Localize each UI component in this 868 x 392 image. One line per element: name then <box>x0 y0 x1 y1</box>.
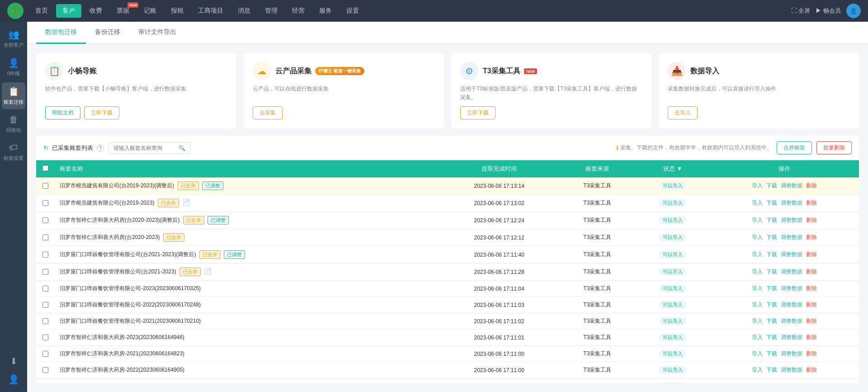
adjust-data-btn[interactable]: 调整数据 <box>781 234 802 241</box>
row-checkbox[interactable] <box>42 351 48 357</box>
tab-audit-export[interactable]: 审计文件导出 <box>129 22 185 44</box>
sidebar-item-all-customers[interactable]: 👥 全部客户 <box>2 25 25 52</box>
row-checkbox[interactable] <box>42 269 48 275</box>
nav-business[interactable]: 工商项目 <box>192 4 230 18</box>
delete-btn[interactable]: 删除 <box>806 350 817 358</box>
file-icon[interactable]: 📄 <box>182 199 190 206</box>
xiao-chang-download-btn[interactable]: 立即下载 <box>84 106 119 120</box>
adjust-data-btn[interactable]: 调整数据 <box>781 285 802 292</box>
row-checkbox[interactable] <box>42 217 48 223</box>
row-checkbox[interactable] <box>42 183 48 189</box>
delete-btn[interactable]: 删除 <box>806 317 817 325</box>
adjust-data-btn[interactable]: 调整数据 <box>781 317 802 325</box>
import-btn[interactable]: 导入 <box>752 366 763 374</box>
download-btn[interactable]: 下载 <box>766 334 777 341</box>
delete-btn[interactable]: 删除 <box>806 301 817 309</box>
sidebar-item-recycle[interactable]: 🗑 回收站 <box>2 111 25 137</box>
nav-operation[interactable]: 经营 <box>286 4 311 18</box>
adjust-data-btn[interactable]: 调整数据 <box>781 366 802 374</box>
delete-btn[interactable]: 删除 <box>806 216 817 224</box>
row-checkbox[interactable] <box>42 286 48 292</box>
import-btn[interactable]: 导入 <box>752 199 763 207</box>
adjust-data-btn[interactable]: 调整数据 <box>781 301 802 309</box>
member-button[interactable]: ▶ 畅会员 <box>816 7 841 15</box>
download-btn[interactable]: 下载 <box>766 301 777 309</box>
delete-btn[interactable]: 删除 <box>806 366 817 374</box>
nav-tax[interactable]: 报税 <box>165 4 190 18</box>
th-status[interactable]: 状态 ▼ <box>636 160 710 177</box>
download-btn[interactable]: 下载 <box>766 182 777 190</box>
download-btn[interactable]: 下载 <box>766 199 777 207</box>
nav-bill[interactable]: 票据 new <box>110 4 136 18</box>
download-btn[interactable]: 下载 <box>766 234 777 241</box>
nav-service[interactable]: 服务 <box>313 4 338 18</box>
xiao-chang-help-btn[interactable]: 帮助文档 <box>45 106 80 120</box>
import-btn[interactable]: 导入 <box>752 251 763 258</box>
download-btn[interactable]: 下载 <box>766 268 777 276</box>
adjust-data-btn[interactable]: 调整数据 <box>781 216 802 224</box>
search-icon[interactable]: 🔍 <box>179 145 185 151</box>
import-btn[interactable]: 导入 <box>752 301 763 309</box>
delete-btn[interactable]: 删除 <box>806 382 817 383</box>
search-input[interactable] <box>113 145 177 151</box>
row-checkbox[interactable] <box>42 335 48 340</box>
import-btn[interactable]: 导入 <box>752 182 763 190</box>
import-btn[interactable]: 导入 <box>752 382 763 383</box>
nav-manage[interactable]: 管理 <box>259 4 284 18</box>
sidebar-item-zero-report[interactable]: 👤 0申报 <box>2 54 25 81</box>
merge-accounts-btn[interactable]: 合并账套 <box>777 141 812 154</box>
yun-caiji-btn[interactable]: 去采集 <box>253 106 283 120</box>
select-all-checkbox[interactable] <box>42 165 48 171</box>
import-btn[interactable]: 导入 <box>752 334 763 341</box>
sidebar-item-tag-settings[interactable]: 🏷 标签设置 <box>2 139 25 165</box>
t3-download-btn[interactable]: 立即下载 <box>460 106 495 120</box>
download-btn[interactable]: 下载 <box>766 285 777 292</box>
adjust-data-btn[interactable]: 调整数据 <box>781 350 802 358</box>
row-checkbox[interactable] <box>42 200 48 206</box>
download-btn[interactable]: 下载 <box>766 350 777 358</box>
download-btn[interactable]: 下载 <box>766 216 777 224</box>
delete-btn[interactable]: 删除 <box>806 334 817 341</box>
nav-settings[interactable]: 设置 <box>340 4 365 18</box>
fullscreen-button[interactable]: ⛶ 全屏 <box>791 7 811 15</box>
row-checkbox[interactable] <box>42 252 48 258</box>
data-import-btn[interactable]: 去导入 <box>668 106 698 120</box>
sidebar-item-profile[interactable]: 👤 <box>2 370 25 388</box>
adjust-data-btn[interactable]: 调整数据 <box>781 251 802 258</box>
import-btn[interactable]: 导入 <box>752 350 763 358</box>
help-icon[interactable]: ? <box>97 144 104 152</box>
nav-fee[interactable]: 收费 <box>83 4 108 18</box>
user-avatar[interactable]: 👤 <box>846 4 861 18</box>
adjust-data-btn[interactable]: 调整数据 <box>781 334 802 341</box>
delete-btn[interactable]: 删除 <box>806 268 817 276</box>
sidebar-item-account-migration[interactable]: 📋 账套迁移 <box>2 82 25 109</box>
import-btn[interactable]: 导入 <box>752 268 763 276</box>
nav-customer[interactable]: 客户 <box>56 4 81 18</box>
import-btn[interactable]: 导入 <box>752 317 763 325</box>
nav-account[interactable]: 记账 <box>137 4 163 18</box>
adjust-data-btn[interactable]: 调整数据 <box>781 382 802 383</box>
download-btn[interactable]: 下载 <box>766 317 777 325</box>
delete-btn[interactable]: 删除 <box>806 199 817 207</box>
nav-home[interactable]: 首页 <box>29 4 54 18</box>
row-checkbox[interactable] <box>42 302 48 308</box>
sidebar-item-download[interactable]: ⬇ <box>2 352 25 370</box>
import-btn[interactable]: 导入 <box>752 285 763 292</box>
row-checkbox[interactable] <box>42 234 48 240</box>
delete-btn[interactable]: 删除 <box>806 182 817 190</box>
tab-data-migration[interactable]: 数据包迁移 <box>36 22 86 44</box>
delete-btn[interactable]: 删除 <box>806 251 817 258</box>
tab-backup-migration[interactable]: 备份迁移 <box>86 22 129 44</box>
delete-btn[interactable]: 删除 <box>806 234 817 241</box>
import-btn[interactable]: 导入 <box>752 216 763 224</box>
row-checkbox[interactable] <box>42 318 48 324</box>
adjust-data-btn[interactable]: 调整数据 <box>781 182 802 190</box>
batch-delete-btn[interactable]: 批量删除 <box>816 141 852 154</box>
file-icon[interactable]: 📄 <box>204 268 212 275</box>
download-btn[interactable]: 下载 <box>766 382 777 383</box>
import-btn[interactable]: 导入 <box>752 234 763 241</box>
row-checkbox[interactable] <box>42 367 48 373</box>
refresh-icon[interactable]: ↻ <box>43 144 48 151</box>
download-btn[interactable]: 下载 <box>766 251 777 258</box>
download-btn[interactable]: 下载 <box>766 366 777 374</box>
